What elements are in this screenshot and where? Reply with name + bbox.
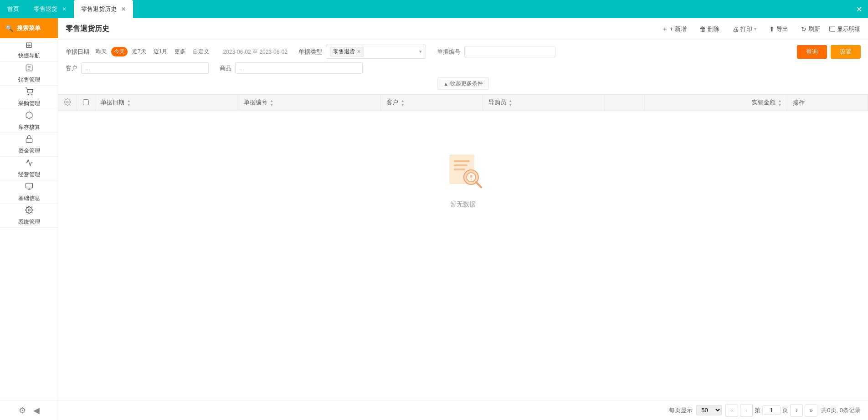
per-page-select[interactable]: 50 10 20 100 bbox=[696, 405, 722, 415]
next-page-button[interactable]: › bbox=[790, 404, 803, 417]
new-icon: ＋ bbox=[662, 25, 668, 33]
window-close-button[interactable]: ✕ bbox=[850, 0, 868, 18]
th-guide[interactable]: 导购员 ▲▼ bbox=[483, 95, 605, 111]
print-button[interactable]: 🖨 打印 ▾ bbox=[729, 23, 760, 35]
doc-no-input[interactable] bbox=[464, 46, 555, 57]
th-spacer bbox=[605, 95, 645, 111]
svg-rect-15 bbox=[471, 179, 472, 180]
svg-point-6 bbox=[67, 101, 68, 103]
page-suffix: 页 bbox=[782, 406, 788, 415]
filter-area: 单据日期 昨天 今天 近7天 近1月 更多 自定义 2023-06-02 至 2… bbox=[58, 40, 868, 95]
filter-row-1: 单据日期 昨天 今天 近7天 近1月 更多 自定义 2023-06-02 至 2… bbox=[66, 45, 861, 59]
th-action: 操作 bbox=[787, 95, 868, 111]
sidebar-item-finance[interactable]: 资金管理 bbox=[0, 133, 58, 157]
collapse-sidebar-icon[interactable]: ◀ bbox=[33, 405, 40, 415]
tab-retail-return[interactable]: 零售退货 ✕ bbox=[26, 0, 74, 18]
svg-line-13 bbox=[476, 182, 481, 187]
th-guide-label: 导购员 bbox=[488, 99, 506, 106]
refresh-button[interactable]: ↻ 刷新 bbox=[797, 23, 824, 35]
date-shortcut-7days[interactable]: 近7天 bbox=[129, 47, 149, 56]
system-icon bbox=[25, 206, 33, 216]
show-detail-checkbox[interactable]: 显示明细 bbox=[829, 25, 861, 33]
svg-rect-4 bbox=[26, 183, 32, 188]
settings-bottom-icon[interactable]: ⚙ bbox=[19, 405, 26, 415]
goods-filter: 商品 ... bbox=[220, 62, 363, 74]
date-filter-label: 单据日期 bbox=[66, 48, 89, 56]
content-area: 零售退货历史 ＋ + 新增 🗑 删除 🖨 打印 ▾ ⬆ 导出 bbox=[58, 18, 868, 420]
th-amount[interactable]: 实销金额 ▲▼ bbox=[644, 95, 787, 111]
svg-rect-8 bbox=[454, 160, 470, 162]
finance-label: 资金管理 bbox=[18, 147, 40, 155]
first-page-button[interactable]: « bbox=[725, 404, 738, 417]
sidebar: 🔍 搜索菜单 ⊞ 快捷导航 销售管理 采购管理 库存核算 bbox=[0, 18, 58, 420]
sidebar-search[interactable]: 🔍 搜索菜单 bbox=[0, 18, 58, 38]
toolbar: ＋ + 新增 🗑 删除 🖨 打印 ▾ ⬆ 导出 ↻ bbox=[658, 23, 861, 35]
search-icon: 🔍 bbox=[5, 25, 13, 32]
close-tab-retail-return-icon[interactable]: ✕ bbox=[62, 6, 67, 12]
tab-retail-return-history[interactable]: 零售退货历史 ✕ bbox=[74, 0, 133, 18]
doc-type-tag-close-icon[interactable]: ✕ bbox=[357, 49, 361, 55]
date-shortcut-custom[interactable]: 自定义 bbox=[190, 47, 212, 56]
sidebar-item-inventory[interactable]: 库存核算 bbox=[0, 109, 58, 133]
doc-no-label: 单据编号 bbox=[437, 48, 461, 56]
th-amount-label: 实销金额 bbox=[752, 99, 776, 106]
collapse-button[interactable]: ▲ 收起更多条件 bbox=[437, 77, 489, 90]
sidebar-item-operations[interactable]: 经营管理 bbox=[0, 157, 58, 180]
prev-page-button[interactable]: ‹ bbox=[740, 404, 753, 417]
amount-sort-icons: ▲▼ bbox=[778, 99, 781, 107]
th-date-label: 单据日期 bbox=[101, 99, 124, 106]
th-date[interactable]: 单据日期 ▲▼ bbox=[95, 95, 238, 111]
goods-select[interactable]: ... bbox=[235, 62, 363, 74]
th-settings[interactable] bbox=[58, 95, 77, 111]
date-shortcut-yesterday[interactable]: 昨天 bbox=[93, 47, 109, 56]
export-label: 导出 bbox=[776, 25, 788, 33]
delete-button[interactable]: 🗑 删除 bbox=[696, 23, 723, 35]
search-label: 搜索菜单 bbox=[17, 24, 41, 32]
th-checkbox[interactable] bbox=[77, 95, 95, 111]
date-range-value: 2023-06-02 至 2023-06-02 bbox=[223, 48, 287, 56]
doc-type-label: 单据类型 bbox=[298, 48, 322, 56]
print-dropdown-icon: ▾ bbox=[754, 26, 756, 31]
date-shortcut-1month[interactable]: 近1月 bbox=[151, 47, 170, 56]
show-detail-input[interactable] bbox=[829, 26, 835, 32]
tab-home[interactable]: 首页 bbox=[0, 0, 26, 18]
th-action-label: 操作 bbox=[793, 99, 805, 106]
date-shortcut-more[interactable]: 更多 bbox=[172, 47, 188, 56]
page-input[interactable] bbox=[762, 405, 781, 415]
th-customer[interactable]: 客户 ▲▼ bbox=[381, 95, 483, 111]
empty-state-row: 暂无数据 bbox=[58, 111, 868, 246]
customer-sort-icons: ▲▼ bbox=[401, 99, 405, 107]
per-page-label: 每页显示 bbox=[669, 406, 693, 415]
customer-filter: 客户 ... bbox=[66, 62, 209, 74]
select-all-checkbox[interactable] bbox=[83, 99, 89, 105]
show-detail-label: 显示明细 bbox=[837, 25, 861, 33]
settings-button[interactable]: 设置 bbox=[831, 45, 861, 59]
svg-rect-10 bbox=[454, 169, 465, 170]
sidebar-item-purchase-mgmt[interactable]: 采购管理 bbox=[0, 86, 58, 109]
purchase-icon bbox=[25, 87, 33, 98]
collapse-label: 收起更多条件 bbox=[450, 80, 483, 87]
tab-home-label: 首页 bbox=[7, 5, 19, 13]
goods-filter-label: 商品 bbox=[220, 64, 231, 72]
doc-type-dropdown-icon: ▾ bbox=[419, 49, 422, 55]
export-button[interactable]: ⬆ 导出 bbox=[765, 23, 792, 35]
docno-sort-icons: ▲▼ bbox=[270, 99, 273, 107]
query-button[interactable]: 查询 bbox=[797, 45, 827, 59]
doc-type-select[interactable]: 零售退货 ✕ ▾ bbox=[326, 45, 426, 59]
sidebar-item-quick-nav[interactable]: ⊞ 快捷导航 bbox=[0, 38, 58, 62]
sidebar-item-system-mgmt[interactable]: 系统管理 bbox=[0, 204, 58, 228]
new-button[interactable]: ＋ + 新增 bbox=[658, 23, 690, 35]
close-tab-retail-return-history-icon[interactable]: ✕ bbox=[121, 6, 126, 12]
th-doc-no[interactable]: 单据编号 ▲▼ bbox=[238, 95, 381, 111]
last-page-button[interactable]: » bbox=[805, 404, 817, 417]
base-info-label: 基础信息 bbox=[18, 195, 40, 202]
date-shortcut-today[interactable]: 今天 bbox=[111, 47, 128, 56]
refresh-label: 刷新 bbox=[808, 25, 820, 33]
sidebar-item-base-info[interactable]: 基础信息 bbox=[0, 180, 58, 204]
purchase-label: 采购管理 bbox=[18, 100, 40, 108]
date-sort-icons: ▲▼ bbox=[127, 99, 131, 107]
empty-illustration bbox=[440, 148, 486, 193]
operations-label: 经营管理 bbox=[18, 171, 40, 179]
sidebar-item-sales-mgmt[interactable]: 销售管理 bbox=[0, 62, 58, 86]
customer-select[interactable]: ... bbox=[81, 62, 209, 74]
